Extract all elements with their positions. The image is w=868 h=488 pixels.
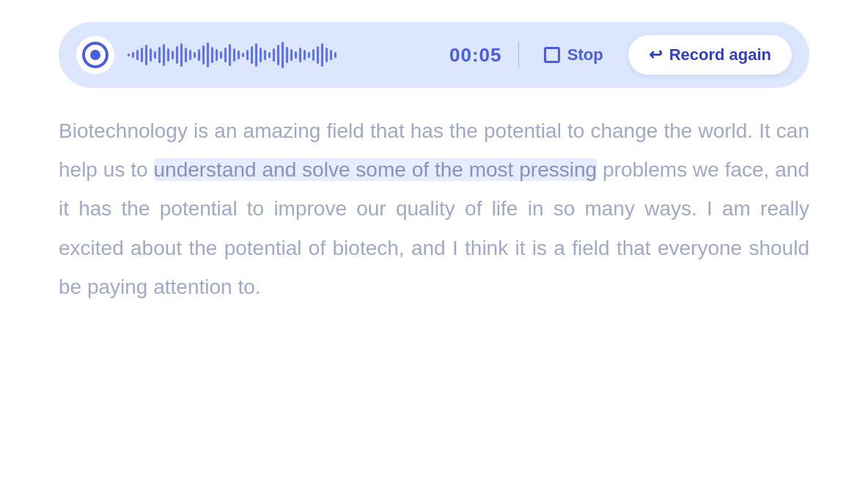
record-center-dot — [90, 50, 100, 60]
waveform-bar — [317, 46, 319, 64]
waveform-bar — [251, 46, 253, 64]
waveform-bar — [189, 50, 191, 60]
waveform-bar — [220, 51, 222, 59]
waveform-bar — [224, 48, 227, 62]
waveform-bar — [198, 49, 200, 61]
waveform-bar — [167, 48, 169, 62]
waveform-bar — [207, 42, 209, 67]
stop-button[interactable]: Stop — [532, 40, 615, 70]
waveform-bar — [145, 45, 147, 65]
recording-timer: 00:05 — [446, 44, 505, 67]
waveform-bar — [290, 49, 293, 61]
waveform-bar — [238, 51, 240, 59]
waveform-bar — [304, 50, 306, 60]
waveform-bar — [282, 42, 284, 68]
recording-toolbar: 00:05 Stop ↩ Record again — [59, 22, 809, 88]
stop-icon — [544, 47, 560, 63]
stop-label: Stop — [567, 45, 603, 64]
waveform-bar — [211, 47, 213, 63]
waveform-bar — [202, 45, 205, 64]
waveform-bar — [150, 48, 152, 62]
audio-waveform — [128, 40, 433, 70]
waveform-bar — [229, 44, 231, 66]
transcript-highlight: understand and solve some of the most pr… — [154, 158, 597, 181]
waveform-bar — [242, 53, 244, 57]
waveform-bar — [176, 46, 178, 64]
waveform-bar — [216, 49, 218, 61]
waveform-bar — [172, 51, 174, 59]
toolbar-divider — [518, 42, 519, 68]
record-again-button[interactable]: ↩ Record again — [628, 35, 792, 75]
waveform-bar — [321, 43, 323, 67]
waveform-bar — [233, 48, 235, 62]
waveform-bar — [260, 48, 262, 62]
waveform-bar — [299, 48, 301, 62]
waveform-bar — [264, 50, 266, 60]
waveform-bar — [255, 43, 257, 67]
waveform-bar — [295, 51, 297, 59]
waveform-bar — [194, 52, 196, 58]
waveform-bar — [312, 49, 315, 61]
record-ring — [82, 42, 108, 68]
record-status-icon — [76, 36, 114, 74]
waveform-bar — [286, 47, 288, 63]
waveform-bar — [246, 50, 249, 60]
waveform-bar — [132, 52, 134, 58]
waveform-bar — [163, 44, 165, 66]
waveform-bar — [136, 50, 139, 60]
record-again-label: Record again — [669, 45, 771, 64]
waveform-bar — [334, 52, 336, 58]
waveform-bar — [326, 48, 328, 62]
waveform-bar — [154, 51, 156, 59]
waveform-bar — [141, 48, 143, 62]
waveform-bar — [268, 52, 271, 58]
waveform-bar — [180, 43, 183, 67]
transcript-area: Biotechnology is an amazing field that h… — [59, 111, 809, 306]
undo-icon: ↩ — [649, 45, 662, 64]
waveform-bar — [273, 48, 275, 62]
waveform-bar — [185, 48, 187, 62]
waveform-bar — [158, 47, 161, 63]
waveform-bar — [308, 52, 310, 58]
waveform-bar — [277, 45, 279, 65]
waveform-bar — [330, 50, 332, 60]
waveform-bar — [128, 53, 130, 56]
